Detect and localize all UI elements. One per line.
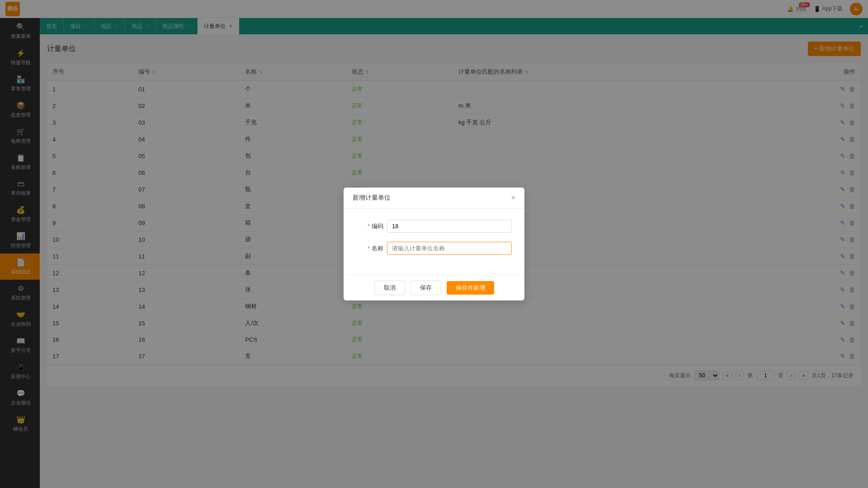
add-unit-modal: 新增计量单位 × 编码 名称 取消 保存 保存并新增 [344, 188, 524, 300]
cancel-button[interactable]: 取消 [374, 281, 405, 295]
form-item-code: 编码 [356, 220, 512, 233]
save-button[interactable]: 保存 [410, 281, 441, 295]
modal-close-button[interactable]: × [511, 194, 515, 202]
code-input[interactable] [387, 220, 512, 233]
modal-title: 新增计量单位 [353, 194, 391, 202]
form-item-name: 名称 [356, 242, 512, 255]
modal-footer: 取消 保存 保存并新增 [344, 275, 524, 300]
modal-body: 编码 名称 [344, 209, 524, 275]
name-input[interactable] [387, 242, 512, 255]
modal-header: 新增计量单位 × [344, 188, 524, 209]
code-label: 编码 [356, 222, 383, 230]
save-new-button[interactable]: 保存并新增 [447, 281, 494, 295]
name-label: 名称 [356, 244, 383, 253]
modal-overlay[interactable]: 新增计量单位 × 编码 名称 取消 保存 保存并新增 [0, 0, 868, 488]
